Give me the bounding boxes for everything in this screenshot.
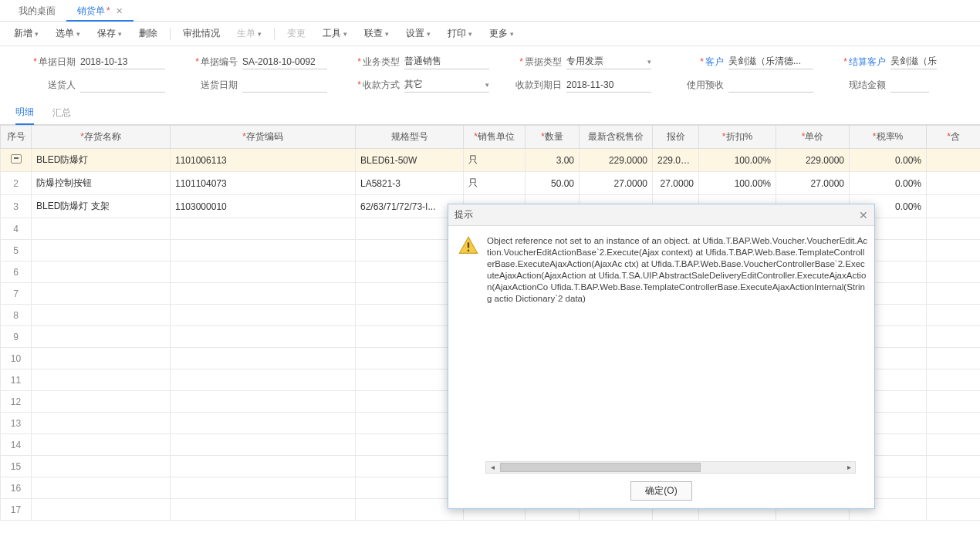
cell-empty[interactable] [171, 261, 356, 283]
cell-empty[interactable] [927, 326, 981, 348]
label-customer[interactable]: *客户 [664, 56, 724, 69]
cell-unit[interactable]: 只 [464, 172, 525, 195]
insert-row-icon[interactable] [11, 154, 22, 164]
table-row[interactable]: BLED防爆灯1101006113BLED61-50W只3.00229.0000… [1, 149, 981, 172]
cell-empty[interactable] [32, 326, 171, 348]
cell-discount[interactable]: 100.00% [699, 172, 776, 195]
cell-empty[interactable] [927, 283, 981, 305]
cell-seq[interactable]: 7 [1, 283, 32, 305]
cell-empty[interactable] [171, 240, 356, 261]
cell-empty[interactable] [927, 348, 981, 369]
sub-tab-detail[interactable]: 明细 [15, 106, 34, 125]
cell-empty[interactable] [32, 391, 171, 413]
cell-empty[interactable] [32, 348, 171, 369]
cell-empty[interactable] [171, 391, 356, 413]
cell-extra[interactable] [927, 172, 981, 195]
cell-tax[interactable]: 0.00% [850, 172, 927, 195]
cell-empty[interactable] [171, 499, 356, 521]
col-name[interactable]: *存货名称 [32, 126, 171, 149]
tab-desktop[interactable]: 我的桌面 [8, 0, 66, 22]
cell-seq[interactable]: 5 [1, 240, 32, 261]
cell-empty[interactable] [32, 434, 171, 456]
cell-empty[interactable] [32, 240, 171, 261]
customer-input[interactable]: 吴剑滋（乐清德... [728, 54, 813, 69]
cell-empty[interactable] [171, 369, 356, 391]
new-button[interactable]: 新增▾ [6, 24, 46, 44]
cell-name[interactable]: BLED防爆灯 支架 [32, 195, 171, 218]
more-button[interactable]: 更多▾ [482, 24, 522, 44]
approval-button[interactable]: 审批情况 [175, 24, 228, 44]
col-latest-price[interactable]: 最新含税售价 [580, 126, 653, 149]
cell-seq[interactable]: 16 [1, 477, 32, 499]
cell-seq[interactable]: 14 [1, 434, 32, 456]
dialog-title-bar[interactable]: 提示 ✕ [448, 204, 874, 226]
col-unit[interactable]: *销售单位 [464, 126, 525, 149]
cell-extra[interactable] [927, 195, 981, 218]
cell-empty[interactable] [171, 326, 356, 348]
cell-unit[interactable]: 只 [464, 149, 525, 172]
cell-empty[interactable] [927, 477, 981, 499]
cell-empty[interactable] [927, 261, 981, 283]
col-spec[interactable]: 规格型号 [356, 126, 464, 149]
cell-empty[interactable] [32, 413, 171, 434]
biz-type-input[interactable]: 普通销售 [404, 54, 489, 69]
label-settle-customer[interactable]: *结算客户 [826, 56, 886, 69]
doc-date-input[interactable]: 2018-10-13 [80, 54, 165, 69]
cell-seq[interactable]: 10 [1, 348, 32, 369]
use-prepay-input[interactable] [728, 77, 813, 93]
cell-seq[interactable]: 9 [1, 326, 32, 348]
cell-price[interactable]: 27.0000 [776, 172, 850, 195]
ok-button[interactable]: 确定(O) [630, 481, 691, 501]
cell-name[interactable]: BLED防爆灯 [32, 149, 171, 172]
cell-empty[interactable] [171, 434, 356, 456]
cell-quote[interactable]: 27.0000 [653, 172, 699, 195]
cell-empty[interactable] [927, 499, 981, 521]
cell-empty[interactable] [171, 413, 356, 434]
cell-seq[interactable]: 15 [1, 456, 32, 477]
scroll-left-icon[interactable]: ◂ [486, 462, 498, 473]
consignee-input[interactable] [80, 77, 165, 93]
dialog-horizontal-scrollbar[interactable]: ◂ ▸ [485, 461, 856, 474]
cell-empty[interactable] [32, 369, 171, 391]
cell-empty[interactable] [927, 369, 981, 391]
cell-seq[interactable]: 2 [1, 172, 32, 195]
cell-empty[interactable] [32, 305, 171, 326]
receipt-method-select[interactable]: 其它▾ [404, 77, 489, 93]
cell-seq[interactable]: 4 [1, 218, 32, 240]
cell-latest[interactable]: 229.0000 [580, 149, 653, 172]
settle-customer-input[interactable]: 吴剑滋（乐 [890, 54, 937, 69]
select-doc-button[interactable]: 选单▾ [48, 24, 88, 44]
col-seq[interactable]: 序号 [1, 126, 32, 149]
print-button[interactable]: 打印▾ [440, 24, 480, 44]
cell-empty[interactable] [927, 434, 981, 456]
col-discount[interactable]: *折扣% [699, 126, 776, 149]
cash-amount-input[interactable] [890, 77, 929, 93]
cell-seq[interactable] [1, 149, 32, 172]
cell-empty[interactable] [171, 456, 356, 477]
cell-code[interactable]: 1103000010 [171, 195, 356, 218]
col-unit-price[interactable]: *单价 [776, 126, 850, 149]
cell-empty[interactable] [927, 240, 981, 261]
settings-button[interactable]: 设置▾ [398, 24, 438, 44]
cell-tax[interactable]: 0.00% [850, 149, 927, 172]
cell-name[interactable]: 防爆控制按钮 [32, 172, 171, 195]
cell-empty[interactable] [171, 348, 356, 369]
cell-seq[interactable]: 12 [1, 391, 32, 413]
scrollbar-thumb[interactable] [500, 463, 701, 472]
table-row[interactable]: 2防爆控制按钮1101104073LA5821-3只50.0027.000027… [1, 172, 981, 195]
cell-qty[interactable]: 50.00 [525, 172, 580, 195]
cell-qty[interactable]: 3.00 [525, 149, 580, 172]
cell-latest[interactable]: 27.0000 [580, 172, 653, 195]
save-button[interactable]: 保存▾ [90, 24, 130, 44]
cell-empty[interactable] [171, 283, 356, 305]
col-extra[interactable]: *含 [927, 126, 981, 149]
cell-empty[interactable] [32, 477, 171, 499]
cell-extra[interactable] [927, 149, 981, 172]
col-qty[interactable]: *数量 [525, 126, 580, 149]
cell-seq[interactable]: 8 [1, 305, 32, 326]
tab-sales-order[interactable]: 销货单* ✕ [66, 0, 133, 22]
cell-seq[interactable]: 13 [1, 413, 32, 434]
cell-empty[interactable] [32, 261, 171, 283]
cell-empty[interactable] [171, 218, 356, 240]
cell-code[interactable]: 1101104073 [171, 172, 356, 195]
